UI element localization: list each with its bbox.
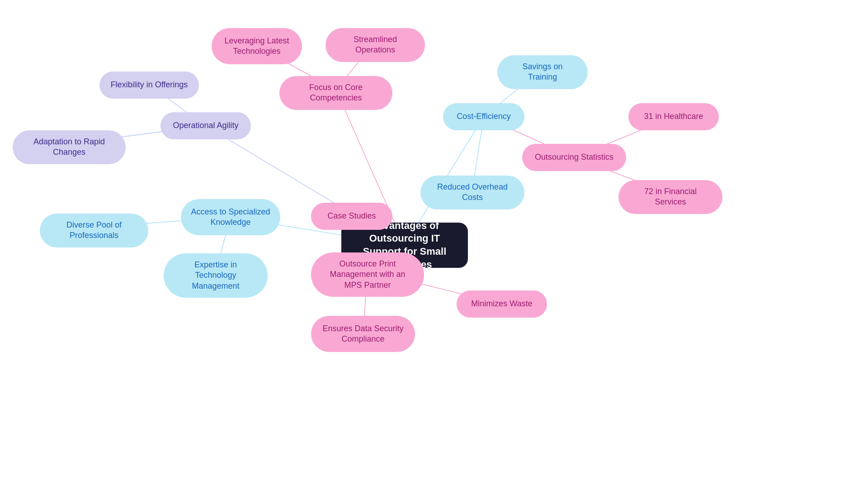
node-outsourcing: Outsourcing Statistics [522,144,626,171]
node-31healthcare: 31 in Healthcare [628,103,719,130]
node-focus: Focus on Core Competencies [279,76,392,110]
node-outsourceprint: Outsource Print Management with an MPS P… [311,252,424,297]
node-flexibility: Flexibility in Offerings [99,71,199,99]
node-cost: Cost-Efficiency [443,103,524,130]
node-expertise: Expertise in Technology Management [164,253,268,298]
node-minimizes: Minimizes Waste [457,290,547,318]
node-diverse: Diverse Pool of Professionals [40,214,148,247]
node-72financial: 72 in Financial Services [618,180,722,214]
node-ensures: Ensures Data Security Compliance [311,316,415,352]
node-casestudies: Case Studies [311,203,392,230]
node-access: Access to Specialized Knowledge [181,199,280,235]
node-adaptation: Adaptation to Rapid Changes [13,130,126,164]
node-streamlined: Streamlined Operations [326,28,425,62]
node-operational: Operational Agility [160,112,251,139]
node-savings: Savings on Training [497,55,588,89]
node-leveraging: Leveraging Latest Technologies [212,28,302,64]
mindmap-container: Advantages of Outsourcing IT Support for… [0,0,868,490]
node-reduced: Reduced Overhead Costs [420,176,524,209]
